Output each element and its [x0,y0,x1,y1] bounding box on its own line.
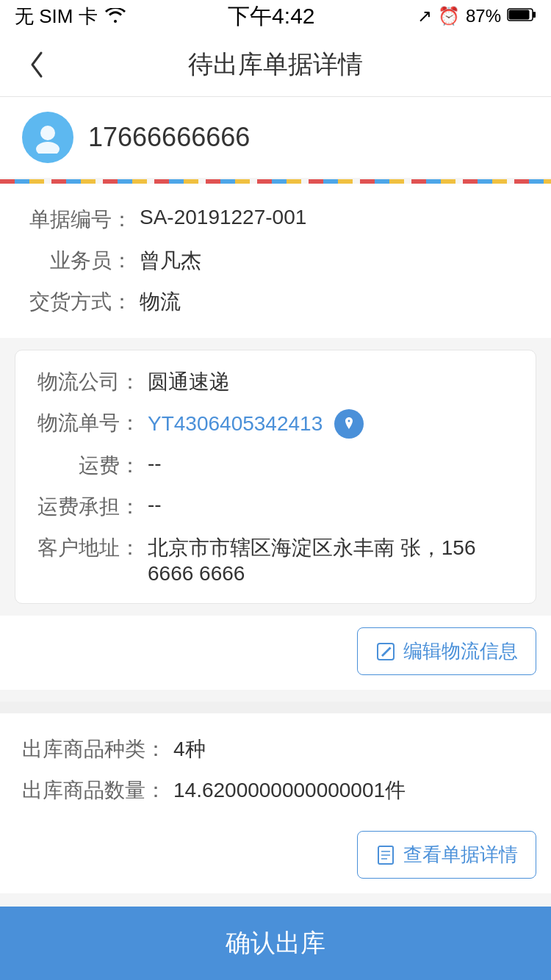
confirm-btn-label: 确认出库 [226,926,325,960]
goods-section: 出库商品种类： 4种 出库商品数量： 14.620000000000000​1件 [0,713,551,819]
svg-point-4 [36,142,60,154]
order-info-section: 单据编号： SA-20191227-001 业务员： 曾凡杰 交货方式： 物流 [0,184,551,338]
status-left: 无 SIM 卡 [15,4,126,29]
svg-rect-1 [533,12,536,18]
freight-label: 运费： [30,452,148,480]
delivery-method-value: 物流 [140,288,529,316]
address-row: 客户地址： 北京市市辖区海淀区永丰南 张，156 6666 6666 [30,534,521,586]
section-separator [0,702,551,713]
alarm-icon: ⏰ [438,6,460,26]
delivery-method-row: 交货方式： 物流 [22,288,529,316]
goods-quantity-value: 14.620000000000000​1件 [173,777,529,804]
freight-bearer-row: 运费承担： -- [30,493,521,521]
tracking-no-value: YT43064053424​13 [148,409,521,439]
status-right: ↗ ⏰ 87% [417,6,536,26]
tracking-no-label: 物流单号： [30,409,148,437]
sales-person-row: 业务员： 曾凡杰 [22,247,529,275]
goods-types-row: 出库商品种类： 4种 [22,735,529,763]
goods-quantity-label: 出库商品数量： [22,777,173,804]
edit-btn-container: 编辑物流信息 [0,616,551,690]
delivery-method-label: 交货方式： [22,288,140,316]
goods-types-value: 4种 [173,735,529,763]
document-no-value: SA-20191227-001 [140,206,529,229]
view-detail-label: 查看单据详情 [403,842,518,868]
document-no-label: 单据编号： [22,206,140,234]
view-btn-container: 查看单据详情 [0,819,551,893]
customer-phone: 17666666666 [88,122,250,153]
goods-quantity-row: 出库商品数量： 14.620000000000000​1件 [22,777,529,804]
location-icon[interactable] [334,409,364,439]
edit-icon [375,641,396,662]
freight-row: 运费： -- [30,452,521,480]
nav-bar: 待出库单据详情 [0,32,551,97]
back-button[interactable] [15,43,59,87]
logistics-company-row: 物流公司： 圆通速递 [30,368,521,396]
document-icon [375,845,396,865]
document-no-row: 单据编号： SA-20191227-001 [22,206,529,234]
freight-bearer-value: -- [148,493,521,516]
goods-types-label: 出库商品种类： [22,735,173,763]
logistics-card: 物流公司： 圆通速递 物流单号： YT43064053424​13 运费： --… [15,350,536,604]
tracking-no-text: YT43064053424​13 [148,412,323,436]
avatar [22,112,73,163]
freight-bearer-label: 运费承担： [30,493,148,521]
carrier-text: 无 SIM 卡 [15,4,98,29]
customer-header: 17666666666 [0,97,551,178]
svg-rect-2 [508,10,529,20]
edit-logistics-button[interactable]: 编辑物流信息 [357,627,536,675]
edit-btn-label: 编辑物流信息 [403,638,518,664]
confirm-button[interactable]: 确认出库 [0,907,551,980]
location-status-icon: ↗ [417,6,432,26]
logistics-company-label: 物流公司： [30,368,148,396]
logistics-company-value: 圆通速递 [148,368,521,396]
battery-percent: 87% [466,6,501,26]
status-bar: 无 SIM 卡 下午4:42 ↗ ⏰ 87% [0,0,551,32]
address-value: 北京市市辖区海淀区永丰南 张，156 6666 6666 [148,534,521,586]
battery-icon [507,6,536,26]
wifi-icon [105,5,126,28]
view-detail-button[interactable]: 查看单据详情 [357,831,536,879]
page-title: 待出库单据详情 [188,48,363,82]
tracking-no-row: 物流单号： YT43064053424​13 [30,409,521,439]
sales-person-label: 业务员： [22,247,140,275]
freight-value: -- [148,452,521,475]
address-label: 客户地址： [30,534,148,562]
status-time: 下午4:42 [228,1,314,32]
svg-point-3 [40,126,55,140]
sales-person-value: 曾凡杰 [140,247,529,275]
